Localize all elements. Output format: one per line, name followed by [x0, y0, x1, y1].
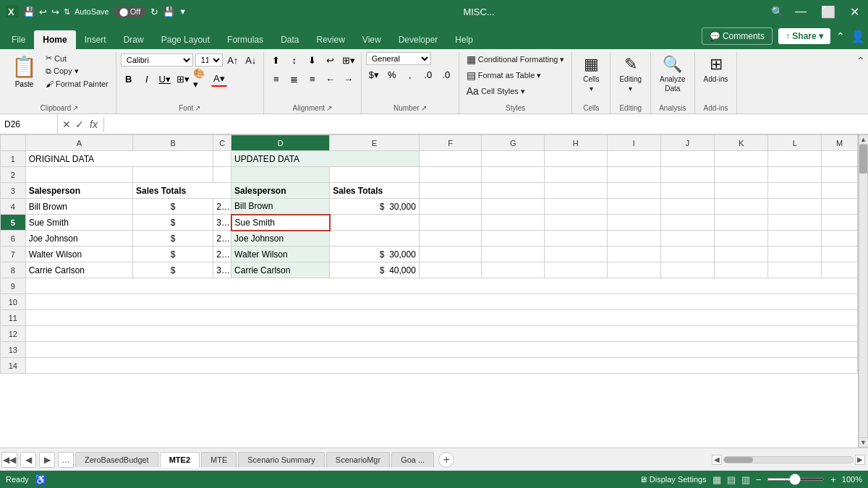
tab-data[interactable]: Data [272, 30, 307, 49]
cell-d4[interactable]: Bill Brown [231, 199, 330, 215]
underline-button[interactable]: U▾ [157, 71, 173, 87]
col-header-k[interactable]: K [714, 135, 767, 151]
addins-button[interactable]: ⊞ Add-ins [699, 52, 733, 86]
cell-b6[interactable]: $ [133, 231, 213, 247]
cell-c1[interactable] [213, 151, 231, 167]
cell-a7[interactable]: Walter Wilson [25, 247, 132, 262]
cell-g1[interactable] [482, 151, 545, 167]
cell-j3[interactable] [660, 183, 714, 199]
cell-row11[interactable] [25, 310, 857, 326]
cell-b5[interactable]: $ [133, 215, 213, 231]
cell-k4[interactable] [714, 199, 767, 215]
cell-row14[interactable] [25, 358, 857, 374]
cell-e5[interactable] [330, 215, 420, 231]
cell-m1[interactable] [822, 151, 858, 167]
cell-k7[interactable] [714, 247, 767, 262]
cell-m8[interactable] [822, 262, 858, 278]
cell-c2[interactable] [213, 167, 231, 183]
add-sheet-button[interactable]: + [438, 452, 454, 468]
hscroll-track[interactable] [723, 456, 854, 463]
cell-j6[interactable] [660, 231, 714, 247]
sort-asc-icon[interactable]: ⇅ [64, 7, 70, 17]
redo-icon[interactable]: ↪ [51, 7, 59, 17]
col-header-a[interactable]: A [25, 135, 132, 151]
cell-a1[interactable]: ORIGINAL DATA [25, 151, 213, 167]
cell-c4[interactable]: 25,000 [213, 199, 231, 215]
cell-c6[interactable]: 27,000 [213, 231, 231, 247]
cell-k6[interactable] [714, 231, 767, 247]
scroll-sheets-end[interactable]: … [58, 452, 74, 468]
cell-e8[interactable]: $ 40,000 [330, 262, 420, 278]
cell-b4[interactable]: $ [133, 199, 213, 215]
cell-e3[interactable]: Sales Totals [330, 183, 420, 199]
cell-g8[interactable] [482, 262, 545, 278]
cell-b7[interactable]: $ [133, 247, 213, 262]
confirm-formula-icon[interactable]: ✓ [74, 117, 85, 132]
display-settings-btn[interactable]: 🖥 Display Settings [639, 475, 707, 484]
cell-h7[interactable] [545, 247, 608, 262]
cell-b2[interactable] [133, 167, 213, 183]
cell-h3[interactable] [545, 183, 608, 199]
cell-l6[interactable] [768, 231, 822, 247]
cell-f3[interactable] [419, 183, 482, 199]
cell-j1[interactable] [660, 151, 714, 167]
accessibility-icon[interactable]: ♿ [35, 474, 46, 485]
editing-button[interactable]: ✎ Editing ▾ [615, 52, 646, 95]
cell-k8[interactable] [714, 262, 767, 278]
share-button[interactable]: ↑ Share ▾ [778, 28, 830, 44]
cell-h1[interactable] [545, 151, 608, 167]
cell-d8[interactable]: Carrie Carlson [231, 262, 330, 278]
dropdown-icon[interactable]: ▼ [179, 7, 187, 16]
cell-j7[interactable] [660, 247, 714, 262]
undo-icon[interactable]: ↩ [39, 7, 47, 17]
align-center-btn[interactable]: ≣ [286, 71, 302, 87]
autosave-toggle[interactable]: ⬤ Off [114, 7, 147, 17]
col-header-j[interactable]: J [660, 135, 714, 151]
cell-l8[interactable] [768, 262, 822, 278]
col-header-m[interactable]: M [822, 135, 858, 151]
decrease-decimal-btn[interactable]: .0 [438, 67, 454, 82]
merge-cells-btn[interactable]: ⊞▾ [341, 52, 357, 68]
cell-j2[interactable] [660, 167, 714, 183]
col-header-g[interactable]: G [482, 135, 545, 151]
cell-k5[interactable] [714, 215, 767, 231]
cell-a5[interactable]: Sue Smith [25, 215, 132, 231]
cell-a8[interactable]: Carrie Carlson [25, 262, 132, 278]
insert-function-icon[interactable]: fx [87, 119, 101, 130]
cell-m7[interactable] [822, 247, 858, 262]
cell-h2[interactable] [545, 167, 608, 183]
search-icon[interactable]: 🔍 [771, 6, 783, 17]
col-header-c[interactable]: C [213, 135, 231, 151]
scroll-sheets-right[interactable]: ▶ [39, 452, 55, 468]
save-icon[interactable]: 💾 [23, 7, 35, 17]
cell-f7[interactable] [419, 247, 482, 262]
fill-color-button[interactable]: 🎨▾ [193, 71, 209, 87]
zoom-in-btn[interactable]: + [830, 474, 836, 485]
tab-review[interactable]: Review [307, 30, 353, 49]
cell-d2[interactable] [231, 167, 330, 183]
cell-i5[interactable] [607, 215, 660, 231]
font-family-select[interactable]: Calibri [121, 53, 193, 67]
account-icon[interactable]: 👤 [851, 30, 865, 43]
cell-i2[interactable] [607, 167, 660, 183]
cell-a6[interactable]: Joe Johnson [25, 231, 132, 247]
cell-e6[interactable] [330, 231, 420, 247]
zoom-slider[interactable] [767, 478, 825, 481]
cancel-formula-icon[interactable]: ✕ [61, 117, 72, 132]
cell-i8[interactable] [607, 262, 660, 278]
font-size-select[interactable]: 11 [195, 53, 223, 67]
minimize-btn[interactable]: — [792, 5, 809, 18]
cell-m4[interactable] [822, 199, 858, 215]
cell-f8[interactable] [419, 262, 482, 278]
decrease-indent-btn[interactable]: ← [323, 71, 339, 87]
cell-j5[interactable] [660, 215, 714, 231]
page-layout-view-btn[interactable]: ▤ [727, 474, 736, 485]
cell-g3[interactable] [482, 183, 545, 199]
sheet-tab-scenariomgr[interactable]: ScenarioMgr [326, 452, 390, 467]
conditional-formatting-btn[interactable]: ▦ Conditional Formatting ▾ [464, 52, 568, 67]
cell-k1[interactable] [714, 151, 767, 167]
hscroll-thumb[interactable] [724, 457, 753, 463]
cell-c8[interactable]: 32,000 [213, 262, 231, 278]
cell-b8[interactable]: $ [133, 262, 213, 278]
cell-m6[interactable] [822, 231, 858, 247]
